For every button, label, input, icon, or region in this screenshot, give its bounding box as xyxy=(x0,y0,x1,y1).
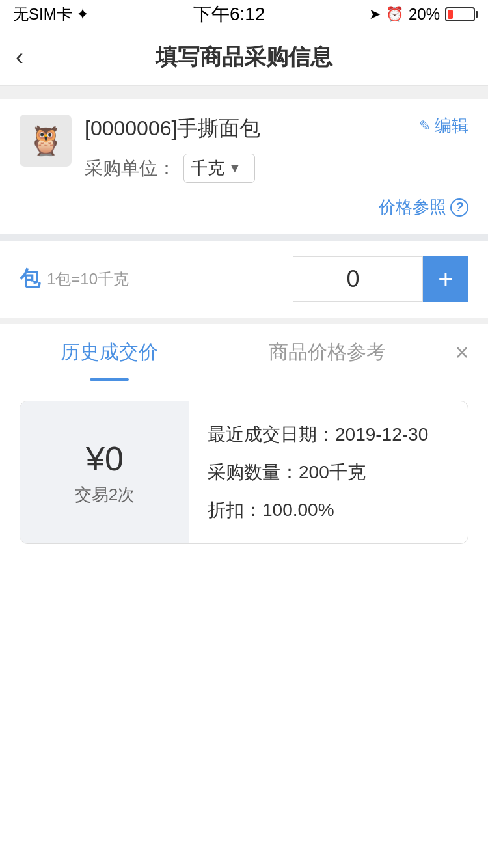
battery-fill xyxy=(448,10,453,19)
tabs-header: 历史成交价 商品价格参考 × xyxy=(0,324,488,381)
battery-icon xyxy=(445,7,475,21)
status-bar: 无SIM卡 ✦ 下午6:12 ➤ ⏰ 20% xyxy=(0,0,488,29)
quantity-unit-label: 包 xyxy=(20,265,40,293)
product-name: [0000006]手撕面包 xyxy=(85,115,419,143)
quantity-input[interactable]: 0 xyxy=(293,256,423,302)
history-times: 交易2次 xyxy=(75,483,135,506)
quantity-plus-button[interactable]: + xyxy=(423,256,468,302)
history-price: ¥0 xyxy=(86,439,124,478)
tabs-panel: 历史成交价 商品价格参考 × ¥0 交易2次 最近成交日期：2019-12-30… xyxy=(0,324,488,563)
history-card-left: ¥0 交易2次 xyxy=(20,401,189,543)
bottom-area xyxy=(0,563,488,868)
alarm-icon: ⏰ xyxy=(386,6,403,23)
price-ref-button[interactable]: 价格参照 ? xyxy=(379,196,468,219)
edit-button[interactable]: ✎ 编辑 xyxy=(419,115,468,137)
price-ref-label: 价格参照 xyxy=(379,196,446,219)
price-ref-icon: ? xyxy=(450,198,468,217)
product-card: 🦉 [0000006]手撕面包 采购单位： 千克 ▼ ✎ 编辑 xyxy=(0,99,488,234)
product-header: 🦉 [0000006]手撕面包 采购单位： 千克 ▼ ✎ 编辑 xyxy=(20,115,468,183)
back-button[interactable]: ‹ xyxy=(16,44,23,71)
tab-close-button[interactable]: × xyxy=(436,324,488,381)
quantity-row: 包 1包=10千克 0 + xyxy=(0,241,488,318)
status-carrier: 无SIM卡 ✦ xyxy=(13,4,89,25)
product-logo-inner: 🦉 xyxy=(26,121,65,160)
unit-select[interactable]: 千克 ▼ xyxy=(183,154,255,183)
product-actions-row: 价格参照 ? xyxy=(20,196,468,219)
page-title: 填写商品采购信息 xyxy=(156,42,332,72)
history-detail-quantity: 采购数量：200千克 xyxy=(208,459,450,486)
carrier-text: 无SIM卡 ✦ xyxy=(13,4,89,25)
quantity-label: 包 1包=10千克 xyxy=(20,265,129,293)
tab-history-price[interactable]: 历史成交价 xyxy=(0,324,218,381)
edit-icon: ✎ xyxy=(419,118,431,135)
product-name-area: [0000006]手撕面包 采购单位： 千克 ▼ xyxy=(85,115,419,183)
history-card-right: 最近成交日期：2019-12-30 采购数量：200千克 折扣：100.00% xyxy=(189,401,468,543)
unit-label: 采购单位： xyxy=(85,156,176,181)
nav-bar: ‹ 填写商品采购信息 xyxy=(0,29,488,86)
unit-select-arrow: ▼ xyxy=(228,161,241,176)
battery-percent: 20% xyxy=(409,5,440,23)
quantity-unit-sub: 1包=10千克 xyxy=(47,269,129,290)
separator-1 xyxy=(0,234,488,241)
quantity-input-area: 0 + xyxy=(293,256,468,302)
location-icon: ➤ xyxy=(369,6,381,23)
history-detail-date: 最近成交日期：2019-12-30 xyxy=(208,421,450,448)
history-card: ¥0 交易2次 最近成交日期：2019-12-30 采购数量：200千克 折扣：… xyxy=(20,401,468,544)
unit-value: 千克 xyxy=(191,157,224,180)
product-info: 🦉 [0000006]手撕面包 采购单位： 千克 ▼ xyxy=(20,115,419,183)
product-logo: 🦉 xyxy=(20,115,72,167)
tab-product-price-ref[interactable]: 商品价格参考 xyxy=(218,324,436,381)
status-time: 下午6:12 xyxy=(193,2,265,27)
product-unit-row: 采购单位： 千克 ▼ xyxy=(85,154,419,183)
history-detail-discount: 折扣：100.00% xyxy=(208,496,450,524)
tab-content: ¥0 交易2次 最近成交日期：2019-12-30 采购数量：200千克 折扣：… xyxy=(0,381,488,563)
status-right-group: ➤ ⏰ 20% xyxy=(369,5,475,23)
